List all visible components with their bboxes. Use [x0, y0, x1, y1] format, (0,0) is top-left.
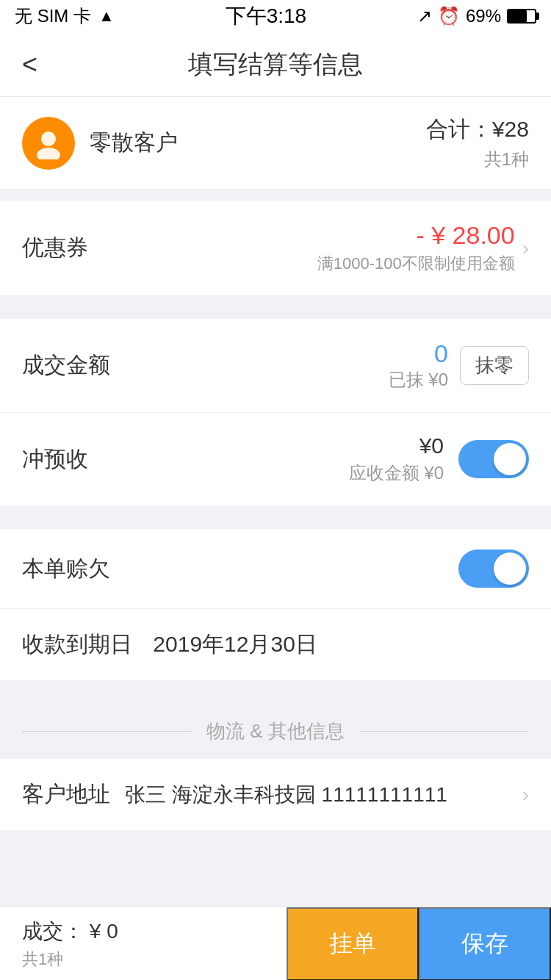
- battery-icon: [507, 9, 536, 24]
- deal-amount-label: 成交金额: [22, 350, 110, 381]
- svg-point-0: [41, 131, 56, 146]
- alarm-icon: ⏰: [438, 6, 460, 26]
- svg-point-1: [37, 148, 60, 159]
- status-time: 下午3:18: [226, 2, 307, 30]
- total-count: 共1种: [426, 148, 529, 171]
- customer-summary: 合计：¥28 共1种: [426, 115, 529, 171]
- deal-amount-input[interactable]: 0: [136, 339, 448, 368]
- deal-amount-row: 成交金额 0 已抹 ¥0 抹零: [0, 319, 551, 412]
- customer-row: 零散客户 合计：¥28 共1种: [0, 97, 551, 189]
- address-label: 客户地址: [22, 779, 110, 810]
- prepay-row: 冲预收 ¥0 应收金额 ¥0: [0, 412, 551, 505]
- address-value: 张三 海淀永丰科技园 11111111111: [125, 781, 522, 809]
- credit-toggle-knob: [494, 552, 526, 585]
- address-right: ›: [522, 783, 529, 807]
- prepay-amount: ¥0: [349, 433, 444, 458]
- logistics-header: 物流 & 其他信息: [0, 704, 551, 759]
- status-left: 无 SIM 卡 ▲: [15, 4, 115, 28]
- deal-section: 成交金额 0 已抹 ¥0 抹零 冲预收 ¥0 应收金额 ¥0: [0, 319, 551, 505]
- bottom-bar: 成交： ¥ 0 共1种 挂单 保存: [0, 907, 551, 980]
- bottom-summary: 成交： ¥ 0 共1种: [0, 907, 287, 980]
- logistics-title: 物流 & 其他信息: [206, 718, 345, 744]
- battery-label: 69%: [466, 6, 501, 26]
- coupon-chevron-icon: ›: [522, 237, 529, 260]
- prepay-toggle-knob: [494, 443, 526, 475]
- prepay-amount-block: ¥0 应收金额 ¥0: [349, 433, 444, 485]
- gray-separator-2: [0, 517, 551, 529]
- content-area: 零散客户 合计：¥28 共1种 优惠券 - ¥ 28.00 满1000-100不…: [0, 97, 551, 927]
- page-title: 填写结算等信息: [188, 48, 363, 82]
- coupon-info: - ¥ 28.00 满1000-100不限制使用金额: [317, 221, 515, 275]
- address-section: 客户地址 张三 海淀永丰科技园 11111111111 ›: [0, 759, 551, 830]
- location-icon: ↗: [417, 6, 432, 26]
- total-amount: 合计：¥28: [426, 115, 529, 145]
- credit-section: 本单赊欠 收款到期日 2019年12月30日: [0, 529, 551, 680]
- status-right: ↗ ⏰ 69%: [417, 6, 536, 26]
- gray-separator-1: [0, 307, 551, 319]
- due-date-label: 收款到期日: [22, 632, 132, 656]
- nav-bar: < 填写结算等信息: [0, 32, 551, 97]
- due-date-value: 2019年12月30日: [153, 632, 317, 656]
- customer-left: 零散客户: [22, 117, 178, 170]
- bottom-deal: 成交： ¥ 0: [22, 918, 264, 945]
- customer-name: 零散客户: [90, 128, 178, 158]
- credit-toggle[interactable]: [458, 550, 529, 588]
- coupon-label: 优惠券: [22, 233, 88, 263]
- carrier-label: 无 SIM 卡: [15, 4, 91, 28]
- credit-label: 本单赊欠: [22, 554, 110, 584]
- round-zero-button[interactable]: 抹零: [460, 346, 529, 385]
- save-button[interactable]: 保存: [419, 907, 551, 980]
- coupon-desc: 满1000-100不限制使用金额: [317, 253, 515, 275]
- prepay-label: 冲预收: [22, 444, 88, 475]
- hold-button[interactable]: 挂单: [287, 907, 419, 980]
- coupon-section: 优惠券 - ¥ 28.00 满1000-100不限制使用金额 ›: [0, 201, 551, 295]
- avatar-svg: [32, 127, 65, 159]
- bottom-deal-amount: ¥ 0: [90, 920, 118, 943]
- bottom-deal-label: 成交：: [22, 920, 84, 943]
- address-row[interactable]: 客户地址 张三 海淀永丰科技园 11111111111 ›: [0, 759, 551, 830]
- logistics-line-left: [22, 731, 192, 732]
- customer-avatar: [22, 117, 75, 170]
- customer-section: 零散客户 合计：¥28 共1种: [0, 97, 551, 189]
- status-bar: 无 SIM 卡 ▲ 下午3:18 ↗ ⏰ 69%: [0, 0, 551, 32]
- logistics-line-right: [359, 731, 529, 732]
- prepay-receivable: 应收金额 ¥0: [349, 461, 444, 485]
- bottom-count: 共1种: [22, 948, 264, 970]
- prepay-toggle[interactable]: [458, 440, 529, 478]
- already-rounded: 已抹 ¥0: [389, 368, 448, 392]
- due-date-row: 收款到期日 2019年12月30日: [0, 608, 551, 680]
- coupon-discount: - ¥ 28.00: [317, 221, 515, 250]
- credit-row: 本单赊欠: [0, 529, 551, 608]
- wifi-icon: ▲: [98, 7, 115, 26]
- gray-separator-3: [0, 692, 551, 704]
- due-date-content: 收款到期日 2019年12月30日: [22, 632, 317, 656]
- coupon-right: - ¥ 28.00 满1000-100不限制使用金额 ›: [317, 221, 529, 275]
- prepay-right: ¥0 应收金额 ¥0: [349, 433, 529, 485]
- deal-right: 0 已抹 ¥0 抹零: [136, 339, 529, 392]
- back-button[interactable]: <: [22, 49, 37, 80]
- address-chevron-icon: ›: [522, 783, 529, 807]
- coupon-row[interactable]: 优惠券 - ¥ 28.00 满1000-100不限制使用金额 ›: [0, 201, 551, 295]
